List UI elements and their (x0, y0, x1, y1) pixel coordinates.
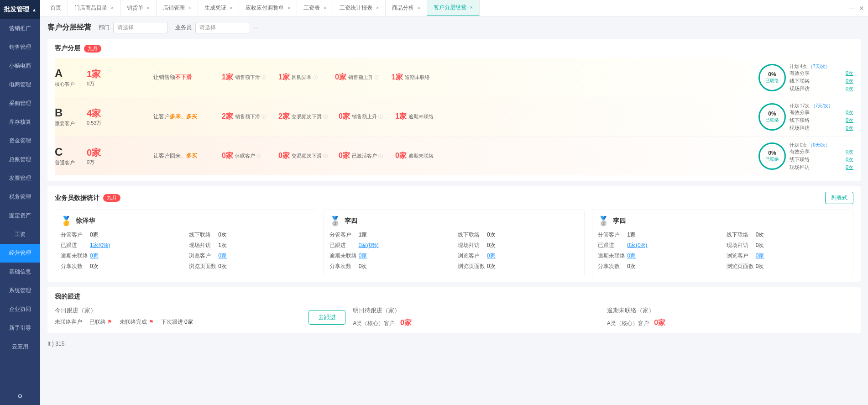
sidebar-item-销售管理[interactable]: 销售管理 (0, 38, 40, 57)
tier-stat-count-C-3: 0家 (395, 151, 407, 161)
tier-stat-label-C-3: 逾期未联络 (408, 153, 434, 159)
tab-close-icon[interactable]: × (324, 5, 326, 11)
sidebar-item-库存核算[interactable]: 库存核算 (0, 113, 40, 131)
overdue-followup: 逾期未联络（家） A类（核心）客户 0家 (607, 306, 853, 328)
staff-select[interactable]: 请选择 (195, 22, 250, 33)
tier-stat-label-B-3: 逾期未联络 (408, 113, 434, 120)
dept-select[interactable]: 请选择 (113, 22, 168, 33)
sidebar-item-系统管理[interactable]: 系统管理 (0, 281, 40, 300)
tier-right-stat-label-A-0: 有效分享 (790, 70, 810, 77)
tab-店铺管理[interactable]: 店铺管理× (157, 0, 198, 16)
info-icon[interactable]: ⓘ (375, 75, 379, 80)
tab-close-icon[interactable]: × (288, 5, 290, 11)
tier-stat-A-1: 1家回购异常 ⓘ (278, 73, 324, 82)
tier-plan-link-C[interactable]: （0天/次） (808, 142, 830, 147)
tab-close-icon[interactable]: × (418, 5, 420, 11)
tier-right-stat-C-1: 线下联络0次 (790, 156, 853, 163)
info-icon[interactable]: ⓘ (261, 114, 266, 119)
sidebar-settings-icon[interactable]: ⚙ (0, 387, 40, 405)
tab-close-icon[interactable]: × (376, 5, 379, 11)
tabbar-minimize-icon[interactable]: — (849, 5, 855, 12)
sidebar-item-电商管理[interactable]: 电商管理 (0, 75, 40, 94)
staff-stat-val-right-0-0: 0次 (218, 231, 227, 239)
info-icon[interactable]: ⓘ (323, 114, 328, 119)
tier-stat-C-3: 0家逾期未联络 (395, 151, 441, 161)
tier-right-stat-B-2: 现场拜访0次 (790, 125, 853, 131)
staff-stat-label-left-0-3: 分享次数 (61, 263, 88, 270)
tab-close-icon[interactable]: × (470, 5, 473, 10)
today-stat-1: 未联络客户 (55, 318, 82, 326)
staff-stat-val-right-2-2[interactable]: 0家 (756, 252, 764, 260)
tier-stat-A-3: 1家逾期未联络 (392, 73, 437, 82)
tab-close-icon[interactable]: × (147, 5, 150, 11)
staff-stat-val-right-0-2[interactable]: 0家 (218, 252, 227, 260)
staff-stat-val-right-2-1: 0次 (756, 242, 764, 249)
list-view-btn[interactable]: 列表式 (825, 192, 853, 204)
sidebar-item-发票管理[interactable]: 发票管理 (0, 169, 40, 188)
sidebar-header[interactable]: 批发管理 ▲ (0, 0, 40, 19)
tab-close-icon[interactable]: × (230, 5, 233, 11)
goto-followup-btn[interactable]: 去跟进 (309, 310, 345, 325)
tier-name-C: 普通客户 (55, 159, 87, 166)
sidebar-item-固定资产[interactable]: 固定资产 (0, 206, 40, 225)
tier-right-stat-val-C-0: 0次 (846, 148, 853, 155)
tier-circle-pct-B: 0% (768, 110, 776, 117)
staff-stat-val-left-2-0: 1家 (627, 231, 636, 239)
sidebar-item-经营管理[interactable]: 经营管理 (0, 244, 40, 263)
staff-stat-val-right-1-2[interactable]: 0家 (487, 252, 496, 260)
info-icon[interactable]: ⓘ (261, 75, 266, 80)
tab-销货单[interactable]: 销货单× (120, 0, 157, 16)
sidebar-item-采购管理[interactable]: 采购管理 (0, 94, 40, 113)
tier-right-stat-label-B-1: 线下联络 (790, 117, 810, 124)
tab-商品分析[interactable]: 商品分析× (386, 0, 427, 16)
tier-right-stat-val-B-1: 0次 (846, 117, 853, 124)
staff-stat-val-left-2-1[interactable]: 0家(0%) (627, 242, 647, 249)
info-icon[interactable]: ⓘ (378, 114, 383, 119)
sidebar-item-企业协同[interactable]: 企业协同 (0, 300, 40, 319)
sidebar-item-基础信息[interactable]: 基础信息 (0, 263, 40, 281)
staff-stat-right-2-0: 线下联络0次 (727, 231, 847, 239)
tab-工资表[interactable]: 工资表× (297, 0, 333, 16)
info-icon[interactable]: ⓘ (323, 153, 328, 158)
staff-stat-val-left-2-2[interactable]: 0家 (627, 252, 636, 260)
staff-stat-val-left-1-2[interactable]: 0家 (359, 252, 367, 260)
info-icon[interactable]: ⓘ (313, 75, 318, 80)
info-icon[interactable]: ⓘ (378, 153, 383, 158)
staff-stat-val-left-1-1[interactable]: 0家(0%) (359, 242, 379, 249)
today-followup: 今日跟进（家） 未联络客户 已联络 ⚑ 未联络完成 ⚑ 下次跟进 0家 (55, 306, 301, 326)
info-icon[interactable]: ⓘ (256, 153, 261, 158)
sidebar-item-云应用[interactable]: 云应用 (0, 337, 40, 356)
sidebar-item-资金管理[interactable]: 资金管理 (0, 131, 40, 150)
sidebar-item-总账管理[interactable]: 总账管理 (0, 150, 40, 169)
followup-grid: 今日跟进（家） 未联络客户 已联络 ⚑ 未联络完成 ⚑ 下次跟进 0家 去跟进 … (55, 306, 853, 328)
staff-stat-val-left-0-2[interactable]: 0家 (90, 252, 99, 260)
staff-stat-val-left-0-1[interactable]: 1家(0%) (90, 242, 110, 249)
sidebar-item-税务管理[interactable]: 税务管理 (0, 188, 40, 206)
staff-stat-label-left-1-3: 分享次数 (329, 263, 357, 270)
customer-section-title: 客户分层 (55, 44, 80, 53)
tab-应收应付调整单[interactable]: 应收应付调整单× (239, 0, 297, 16)
tab-close-icon[interactable]: × (188, 5, 191, 11)
tier-plan-link-A[interactable]: （7天/次） (808, 64, 830, 69)
tier-count-sub-B: 0.53万 (87, 120, 146, 126)
staff-stat-label-left-2-2: 逾期未联络 (598, 252, 625, 260)
staff-stat-label-left-1-2: 逾期未联络 (329, 252, 357, 260)
tab-生成凭证[interactable]: 生成凭证× (198, 0, 240, 16)
tabbar-close-icon[interactable]: ✕ (859, 5, 864, 12)
sidebar-item-新手引导[interactable]: 新手引导 (0, 319, 40, 337)
tab-首页[interactable]: 首页 (44, 0, 68, 16)
tab-门店商品目录[interactable]: 门店商品目录× (68, 0, 120, 16)
filter-more-icon[interactable]: ··· (254, 24, 259, 31)
tier-action-C: 让客户回来、多买 (153, 152, 213, 160)
tabbar: 首页门店商品目录×销货单×店铺管理×生成凭证×应收应付调整单×工资表×工资统计报… (40, 0, 868, 16)
tab-close-icon[interactable]: × (111, 5, 114, 11)
tab-工资统计报表[interactable]: 工资统计报表× (333, 0, 386, 16)
sidebar-item-营销推广[interactable]: 营销推广 (0, 19, 40, 38)
tomorrow-followup: 明日待跟进（家） A类（核心）客户 0家 (353, 306, 599, 328)
tier-right-stat-val-A-1: 0次 (846, 78, 853, 84)
sidebar-item-工资[interactable]: 工资 (0, 225, 40, 244)
sidebar-item-小畅电商[interactable]: 小畅电商 (0, 57, 40, 75)
tier-plan-link-B[interactable]: （7天/次） (811, 103, 833, 108)
staff-stat-right-1-3: 浏览页面数0次 (458, 263, 579, 270)
tab-客户分层经营[interactable]: 客户分层经营× (427, 0, 480, 16)
